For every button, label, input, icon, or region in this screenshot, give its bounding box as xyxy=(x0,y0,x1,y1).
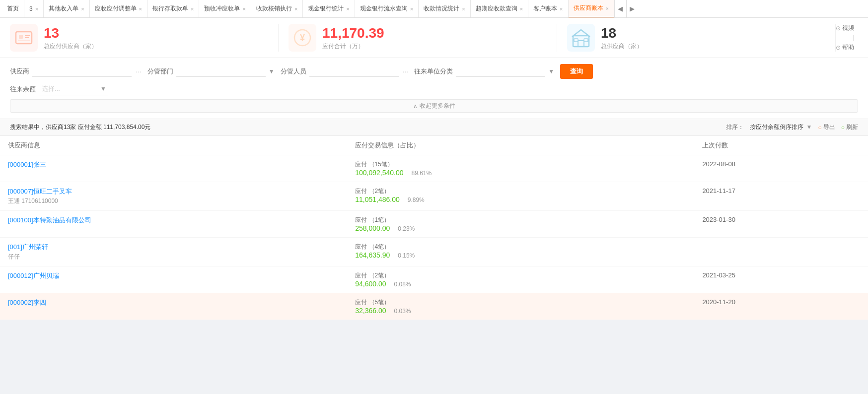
help-circle-icon: ⊙ xyxy=(836,44,841,51)
close-tab-cash-icon[interactable]: × xyxy=(346,6,349,12)
pay-count: 应付 （5笔） xyxy=(355,298,686,307)
export-button[interactable]: ○ 导出 xyxy=(818,123,835,131)
amount-percent: 9.89% xyxy=(408,197,425,203)
transaction-cell: 应付 （5笔）32,366.000.03% xyxy=(347,293,694,320)
refresh-icon: ○ xyxy=(841,124,845,131)
pay-count: 应付 （15笔） xyxy=(355,160,686,169)
tab-bank-deposit[interactable]: 银行存取款单 × xyxy=(147,0,199,18)
header-row: 供应商信息 应付交易信息（占比） 上次付数 xyxy=(0,136,868,155)
last-pay-cell: 2020-11-20 xyxy=(694,293,868,320)
pay-count: 应付 （1笔） xyxy=(355,216,686,224)
help-area: ⊙ 视频 | ⊙ 帮助 xyxy=(836,24,858,52)
person-dots-icon[interactable]: ··· xyxy=(403,67,409,75)
table-row: [000001]张三应付 （15笔）100,092,540.0089.61%20… xyxy=(0,155,868,182)
amount-value[interactable]: 100,092,540.00 xyxy=(355,169,403,177)
export-icon: ○ xyxy=(818,124,822,131)
supplier-link[interactable]: [000007]恒旺二手叉车 xyxy=(8,188,72,195)
close-tab-cstats-icon[interactable]: × xyxy=(462,6,465,12)
dept-input[interactable] xyxy=(176,66,266,77)
balance-dropdown-icon[interactable]: ▼ xyxy=(100,85,108,92)
amount-icon: ¥ xyxy=(289,24,316,52)
sort-down-icon: ▼ xyxy=(806,124,812,131)
category-filter: 往来单位分类 ▼ xyxy=(414,66,554,77)
close-tab-flow-icon[interactable]: × xyxy=(410,6,413,12)
collapse-up-icon: ∧ xyxy=(413,103,418,110)
supplier-table: 供应商信息 应付交易信息（占比） 上次付数 [000001]张三应付 （15笔）… xyxy=(0,136,868,320)
supplier-dots-icon[interactable]: ··· xyxy=(136,67,142,75)
col-header-transaction: 应付交易信息（占比） xyxy=(347,136,694,155)
query-button[interactable]: 查询 xyxy=(560,64,593,79)
amount-value[interactable]: 94,600.00 xyxy=(355,280,386,288)
person-input[interactable] xyxy=(309,66,399,77)
tab-adjustment[interactable]: 应收应付调整单 × xyxy=(90,0,147,18)
tab-prepay[interactable]: 预收冲应收单 × xyxy=(199,0,251,18)
supplier-link[interactable]: [001]广州荣轩 xyxy=(8,243,48,251)
last-pay-cell xyxy=(694,238,868,266)
supplier-input[interactable] xyxy=(32,66,132,77)
supplier-link[interactable]: [000001]张三 xyxy=(8,161,46,168)
amount-percent: 0.23% xyxy=(398,225,415,232)
video-link[interactable]: ⊙ 视频 xyxy=(836,24,854,32)
sort-label: 排序： xyxy=(726,123,744,131)
supplier-filter: 供应商 ··· xyxy=(10,66,142,77)
amount-percent: 89.61% xyxy=(412,170,432,177)
supplier-label: 供应商 xyxy=(10,67,29,76)
col-header-supplier: 供应商信息 xyxy=(0,136,347,155)
tab-cash-flow[interactable]: 现金银行流水查询 × xyxy=(355,0,419,18)
filter-area: 供应商 ··· 分管部门 ▼ 分管人员 ··· 往来单位分类 ▼ 查询 往来余额… xyxy=(0,58,868,119)
supplier-link[interactable]: [000002]李四 xyxy=(8,299,46,306)
balance-filter: 往来余额 选择... ▼ xyxy=(10,83,108,95)
table-row: [000007]恒旺二手叉车王通 17106110000应付 （2笔）11,05… xyxy=(0,182,868,211)
dept-label: 分管部门 xyxy=(147,67,173,76)
supplier-cell: [000002]李四 xyxy=(0,293,347,320)
supplier-cell: [000001]张三 xyxy=(0,155,347,182)
amount-value[interactable]: 11,051,486.00 xyxy=(355,196,400,203)
tab-overdue[interactable]: 超期应收款查询 × xyxy=(471,0,528,18)
tab-collection-stats[interactable]: 收款情况统计 × xyxy=(419,0,470,18)
dept-dropdown-icon[interactable]: ▼ xyxy=(269,68,275,75)
tab-supplier-ledger[interactable]: 供应商账本 × xyxy=(569,0,614,18)
total-amount-text: 11,170.39 应付合计（万） xyxy=(322,25,384,51)
tab-collection[interactable]: 收款核销执行 × xyxy=(251,0,303,18)
supplier-link[interactable]: [000100]本特勤油品有限公司 xyxy=(8,216,91,224)
result-bar: 搜索结果中，供应商13家 应付金额 111,703,854.00元 排序： 按应… xyxy=(0,119,868,136)
category-dropdown-icon[interactable]: ▼ xyxy=(548,68,554,75)
amount-value[interactable]: 258,000.00 xyxy=(355,224,390,232)
supplier-link[interactable]: [000012]广州贝瑞 xyxy=(8,272,59,279)
nav-left-arrow[interactable]: ◀ xyxy=(614,0,626,18)
help-link[interactable]: ⊙ 帮助 xyxy=(836,43,854,52)
category-input[interactable] xyxy=(456,66,545,77)
close-tab-overdue-icon[interactable]: × xyxy=(520,6,523,12)
tab-customer-ledger[interactable]: 客户账本 × xyxy=(528,0,568,18)
refresh-button[interactable]: ○ 刷新 xyxy=(841,123,858,131)
close-tab-3-icon[interactable]: × xyxy=(35,6,38,12)
video-circle-icon: ⊙ xyxy=(836,25,841,32)
transaction-cell: 应付 （1笔）258,000.000.23% xyxy=(347,211,694,238)
supplier-cell: [000100]本特勤油品有限公司 xyxy=(0,211,347,238)
payable-suppliers-text: 13 总应付供应商（家） xyxy=(44,25,97,51)
total-suppliers-text: 18 总供应商（家） xyxy=(601,25,643,51)
amount-value[interactable]: 164,635.90 xyxy=(355,251,390,259)
summary-card-payable-suppliers: 13 总应付供应商（家） xyxy=(10,24,279,52)
close-tab-prepay-icon[interactable]: × xyxy=(242,6,245,12)
sort-selector[interactable]: 按应付余额倒序排序 ▼ xyxy=(750,123,812,131)
supplier-subinfo: 仔仔 xyxy=(8,253,339,261)
tab-3[interactable]: 3 × xyxy=(24,0,44,18)
table-body: [000001]张三应付 （15笔）100,092,540.0089.61%20… xyxy=(0,155,868,320)
nav-right-arrow[interactable]: ▶ xyxy=(626,0,638,18)
amount-value[interactable]: 32,366.00 xyxy=(355,307,386,315)
tab-cash-stats[interactable]: 现金银行统计 × xyxy=(303,0,355,18)
tab-other-income[interactable]: 其他收入单 × xyxy=(44,0,89,18)
close-tab-cust-icon[interactable]: × xyxy=(560,6,563,12)
close-tab-adj-icon[interactable]: × xyxy=(139,6,142,12)
close-tab-bank-icon[interactable]: × xyxy=(191,6,194,12)
collapse-button[interactable]: ∧ 收起更多条件 xyxy=(10,99,858,113)
close-tab-income-icon[interactable]: × xyxy=(81,6,84,12)
close-tab-supp-icon[interactable]: × xyxy=(606,5,609,11)
tab-home[interactable]: 首页 xyxy=(2,0,24,18)
result-actions: 排序： 按应付余额倒序排序 ▼ ○ 导出 ○ 刷新 xyxy=(726,123,858,131)
summary-bar: 13 总应付供应商（家） ¥ 11,170.39 应付合计（万） xyxy=(0,18,868,58)
close-tab-collect-icon[interactable]: × xyxy=(294,6,297,12)
last-pay-cell: 2022-08-08 xyxy=(694,155,868,182)
last-pay-cell: 2021-03-25 xyxy=(694,266,868,293)
